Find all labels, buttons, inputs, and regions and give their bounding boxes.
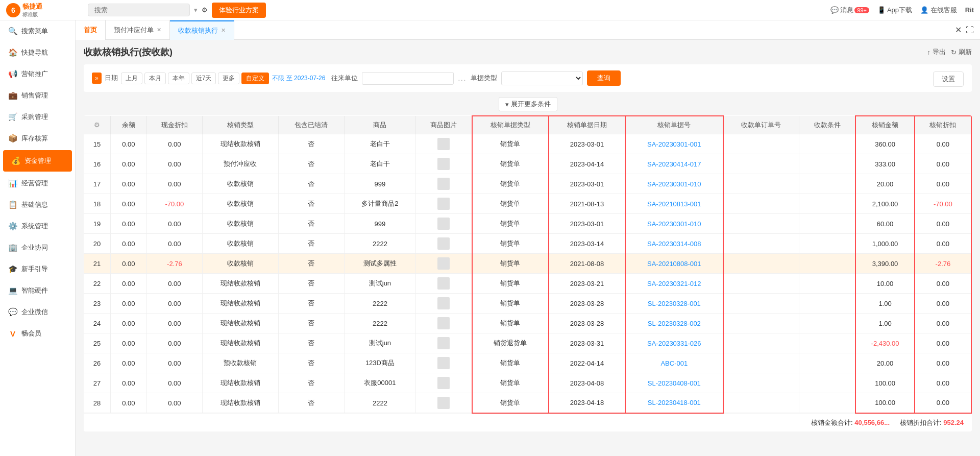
sidebar-item-enterprise[interactable]: 🏢 企业协同 — [0, 237, 75, 258]
tab-controls: ✕ ⛶ — [955, 25, 980, 35]
sidebar-item-inventory[interactable]: 📦 库存核算 — [0, 128, 75, 149]
voucher-no-link[interactable]: SL-20230328-002 — [648, 320, 701, 327]
td-voucher-no[interactable]: SA-20230301-010 — [625, 174, 723, 194]
sidebar-item-basic[interactable]: 📋 基础信息 — [0, 194, 75, 215]
td-voucher-no[interactable]: SA-20210813-001 — [625, 194, 723, 214]
footer-total-amount: 核销金额合计: 40,556,66... — [811, 418, 890, 427]
dropdown-icon[interactable]: ▾ — [194, 6, 198, 14]
voucher-no-link[interactable]: ABC-001 — [660, 359, 688, 367]
date-btn-thismonth[interactable]: 本月 — [144, 73, 166, 84]
sidebar-item-quicknav[interactable]: 🏠 快捷导航 — [0, 42, 75, 63]
export-btn[interactable]: ↑ 导出 — [927, 47, 946, 57]
td-product-image — [415, 314, 472, 333]
voucher-no-link[interactable]: SL-20230408-001 — [648, 379, 701, 387]
th-settings[interactable]: ⚙ — [84, 116, 111, 134]
td-voucher-no[interactable]: ABC-001 — [625, 353, 723, 373]
date-btn-thisyear[interactable]: 本年 — [168, 73, 189, 84]
sidebar-item-purchase[interactable]: 🛒 采购管理 — [0, 106, 75, 128]
tab-collection[interactable]: 收款核销执行 ✕ — [170, 20, 234, 40]
voucher-no-link[interactable]: SA-20210808-001 — [647, 260, 701, 268]
td-balance: 0.00 — [111, 333, 147, 353]
voucher-no-link[interactable]: SA-20230301-010 — [647, 220, 701, 228]
date-btn-custom[interactable]: 自定义 — [241, 73, 269, 84]
td-no: 28 — [84, 393, 111, 413]
tab-collection-close[interactable]: ✕ — [221, 27, 226, 34]
voucher-no-link[interactable]: SA-20230321-012 — [647, 280, 701, 287]
sidebar-item-marketing[interactable]: 📢 营销推广 — [0, 63, 75, 85]
td-voucher-no[interactable]: SA-20230301-001 — [625, 134, 723, 154]
date-btn-lastmonth[interactable]: 上月 — [121, 73, 142, 84]
voucher-no-link[interactable]: SA-20230301-001 — [647, 140, 701, 148]
td-voucher-date: 2023-04-14 — [549, 154, 625, 174]
sidebar-item-search[interactable]: 🔍 搜索菜单 — [0, 20, 75, 42]
voucher-no-link[interactable]: SA-20230414-017 — [647, 160, 701, 168]
td-no: 23 — [84, 294, 111, 314]
top-bar-actions: 💬 消息99+ 📱 App下载 👤 在线客服 Rit — [830, 6, 974, 15]
industry-btn[interactable]: 体验行业方案 — [212, 3, 266, 18]
sidebar-item-wechat[interactable]: 💬 企业微信 — [0, 301, 75, 323]
td-voucher-no[interactable]: SA-20230314-008 — [625, 234, 723, 254]
voucher-type-label: 单据类型 — [471, 74, 497, 83]
sidebar-item-sales[interactable]: 💼 销售管理 — [0, 85, 75, 106]
td-discount: 0.00 — [146, 294, 203, 314]
td-voucher-type: 销货单 — [472, 314, 549, 333]
td-write-off-discount: 0.00 — [915, 333, 971, 353]
sidebar-item-guide[interactable]: 🎓 新手引导 — [0, 258, 75, 280]
sidebar-item-member[interactable]: V 畅会员 — [0, 323, 75, 344]
table-row: 19 0.00 0.00 收款核销 否 999 销货单 2023-03-01 S… — [84, 214, 971, 234]
settings-btn[interactable]: ⚙ — [202, 6, 208, 14]
td-amount: 3,390.00 — [855, 254, 915, 274]
td-no: 17 — [84, 174, 111, 194]
td-voucher-no[interactable]: SA-20230414-017 — [625, 154, 723, 174]
voucher-type-select[interactable] — [501, 71, 583, 85]
td-voucher-no[interactable]: SA-20230301-010 — [625, 214, 723, 234]
td-voucher-no[interactable]: SA-20230331-026 — [625, 333, 723, 353]
query-btn[interactable]: 查询 — [587, 70, 621, 86]
voucher-no-link[interactable]: SA-20230314-008 — [647, 240, 701, 248]
tab-expand-btn[interactable]: ⛶ — [966, 26, 974, 35]
td-balance: 0.00 — [111, 134, 147, 154]
top-search-input[interactable] — [88, 4, 190, 16]
refresh-btn[interactable]: ↻ 刷新 — [951, 47, 972, 57]
source-input[interactable] — [362, 72, 454, 85]
voucher-no-link[interactable]: SA-20230301-010 — [647, 180, 701, 188]
app-download-btn[interactable]: 📱 App下载 — [877, 6, 912, 15]
voucher-no-link[interactable]: SL-20230328-001 — [648, 300, 701, 307]
sidebar-item-hardware[interactable]: 💻 智能硬件 — [0, 280, 75, 301]
tab-prepay[interactable]: 预付冲应付单 ✕ — [106, 20, 170, 40]
sidebar-item-system[interactable]: ⚙️ 系统管理 — [0, 215, 75, 237]
messages-btn[interactable]: 💬 消息99+ — [830, 6, 869, 15]
online-service-btn[interactable]: 👤 在线客服 — [920, 6, 957, 15]
td-product-image — [415, 134, 472, 154]
th-write-off-discount: 核销折扣 — [915, 116, 971, 134]
th-voucher-no: 核销单据号 — [625, 116, 723, 134]
td-voucher-no[interactable]: SL-20230328-002 — [625, 314, 723, 333]
date-btn-more[interactable]: 更多 — [218, 73, 239, 84]
expand-bar: ▾ 展开更多条件 — [84, 97, 972, 111]
td-voucher-no[interactable]: SL-20230328-001 — [625, 294, 723, 314]
tab-close-btn[interactable]: ✕ — [955, 25, 962, 35]
tab-home[interactable]: 首页 — [76, 20, 106, 40]
home-icon: 🏠 — [8, 48, 17, 57]
filter-expand-btn[interactable]: » — [92, 73, 102, 84]
voucher-no-link[interactable]: SA-20230331-026 — [647, 340, 701, 347]
td-voucher-no[interactable]: SL-20230408-001 — [625, 373, 723, 393]
setting-btn[interactable]: 设置 — [933, 71, 964, 87]
expand-more-btn[interactable]: ▾ 展开更多条件 — [499, 97, 557, 111]
td-voucher-no[interactable]: SA-20210808-001 — [625, 254, 723, 274]
td-condition — [799, 333, 855, 353]
td-voucher-no[interactable]: SL-20230418-001 — [625, 393, 723, 413]
th-product: 商品 — [344, 116, 415, 134]
td-product-image — [415, 214, 472, 234]
td-settled: 否 — [278, 254, 344, 274]
tab-prepay-close[interactable]: ✕ — [157, 27, 161, 33]
td-voucher-no[interactable]: SA-20230321-012 — [625, 274, 723, 294]
voucher-no-link[interactable]: SL-20230418-001 — [648, 399, 701, 406]
settings-col-icon[interactable]: ⚙ — [94, 121, 100, 129]
date-btn-7days[interactable]: 近7天 — [191, 73, 216, 84]
voucher-no-link[interactable]: SA-20210813-001 — [647, 200, 701, 208]
date-buttons: 上月 本月 本年 近7天 更多 自定义 — [121, 73, 270, 84]
sidebar-item-operations[interactable]: 📊 经营管理 — [0, 173, 75, 194]
td-condition — [799, 234, 855, 254]
sidebar-item-finance[interactable]: 💰 资金管理 — [3, 150, 72, 172]
